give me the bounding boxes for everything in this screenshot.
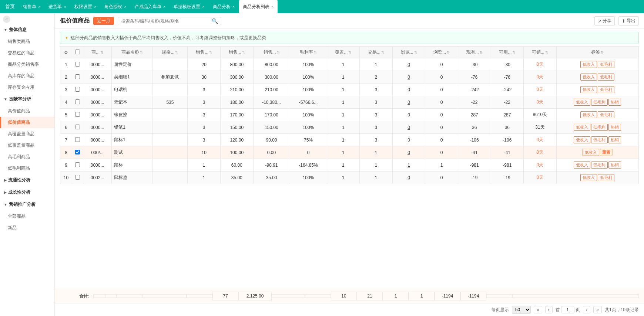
sidebar-item-high-value[interactable]: 高价值商品	[0, 105, 54, 117]
close-purchase-tab[interactable]: ×	[64, 4, 66, 9]
page-number-input[interactable]	[561, 306, 574, 313]
row-select-checkbox[interactable]	[75, 112, 80, 117]
search-input[interactable]	[121, 18, 210, 24]
close-analysis-list-tab[interactable]: ×	[271, 4, 274, 9]
page-size-select[interactable]: 50 100 200	[512, 306, 531, 314]
sidebar-item-sales-products[interactable]: 销售类商品	[0, 36, 54, 47]
nav-tab-product-inbound[interactable]: 产成品入库单 ×	[131, 0, 169, 13]
row-checkbox[interactable]	[72, 146, 83, 159]
close-roles-tab[interactable]: ×	[124, 4, 126, 9]
row-browse1[interactable]: 0	[392, 71, 425, 84]
home-nav[interactable]: 首页	[1, 0, 19, 13]
search-icon[interactable]: 🔍	[212, 18, 218, 24]
sidebar-section-marketing[interactable]: ▼ 营销推广分析	[0, 198, 54, 211]
nav-tab-purchase[interactable]: 进货单 ×	[45, 0, 70, 13]
prev-page-btn[interactable]: ‹	[545, 306, 553, 313]
row-browse1[interactable]: 0	[392, 134, 425, 146]
close-template-settings-tab[interactable]: ×	[202, 4, 204, 9]
share-button[interactable]: ↗ 分享	[594, 16, 615, 26]
export-button[interactable]: ⬆ 导出	[618, 16, 639, 26]
browse-link[interactable]: 0	[407, 62, 410, 67]
nav-tab-template-settings[interactable]: 单据模板设置 ×	[170, 0, 208, 13]
row-browse1[interactable]: 0	[392, 96, 425, 109]
sidebar-section-overview[interactable]: ▼ 整体信息	[0, 24, 54, 36]
sidebar-item-high-margin[interactable]: 高毛利商品	[0, 151, 54, 163]
row-select-checkbox[interactable]	[75, 99, 80, 104]
sidebar-item-stock-capital[interactable]: 库存资金占用	[0, 82, 54, 93]
tag-low-income: 低收入	[574, 124, 590, 131]
close-product-inbound-tab[interactable]: ×	[163, 4, 165, 9]
settings-icon[interactable]: ⚙	[64, 50, 68, 55]
sidebar-item-high-coverage[interactable]: 高覆盖量商品	[0, 128, 54, 140]
browse-link[interactable]: 0	[407, 87, 410, 92]
browse-link[interactable]: 0	[407, 100, 410, 105]
select-all-checkbox[interactable]	[75, 50, 80, 54]
row-select-checkbox[interactable]	[75, 150, 80, 154]
browse-link[interactable]: 0	[407, 137, 410, 143]
sidebar-item-low-margin[interactable]: 低毛利商品	[0, 163, 54, 174]
row-checkbox[interactable]	[72, 134, 83, 146]
sidebar-section-growth[interactable]: ▶ 成长性分析	[0, 186, 54, 198]
sidebar-item-high-stock[interactable]: 高库存的商品	[0, 70, 54, 82]
browse-link[interactable]: 0	[407, 112, 410, 118]
row-checkbox[interactable]	[72, 171, 83, 184]
row-select-checkbox[interactable]	[75, 74, 80, 79]
browse-link[interactable]: 0	[407, 75, 410, 80]
sidebar-item-category-sales-rate[interactable]: 商品分类销售率	[0, 59, 54, 70]
sidebar-item-traded-products[interactable]: 交易过的商品	[0, 47, 54, 59]
browse-link[interactable]: 1	[407, 163, 410, 168]
row-browse1[interactable]: 0	[392, 84, 425, 96]
sidebar-item-all-products[interactable]: 全部商品	[0, 211, 54, 222]
first-page-btn[interactable]: «	[534, 306, 542, 313]
row-browse1[interactable]: 0	[392, 146, 425, 159]
row-checkbox[interactable]	[72, 121, 83, 134]
last-page-btn[interactable]: »	[593, 306, 602, 313]
table-container[interactable]: ⚙ 商...⇅ 商品名称⇅ 规格...⇅	[55, 46, 644, 289]
row-margin: -5766.6...	[290, 96, 327, 109]
sidebar-item-new-products[interactable]: 新品	[0, 222, 54, 234]
nav-tab-permissions[interactable]: 权限设置 ×	[71, 0, 100, 13]
row-s3: 150.00	[253, 121, 290, 134]
sidebar-section-contribution[interactable]: ▼ 贡献率分析	[0, 93, 54, 105]
row-select-checkbox[interactable]	[75, 125, 80, 129]
row-browse1[interactable]: 0	[392, 121, 425, 134]
row-spec: 535	[152, 96, 188, 109]
collapse-sidebar-btn[interactable]: «	[3, 16, 10, 23]
nav-tab-analysis-list[interactable]: 商品分析列表 ×	[239, 0, 277, 13]
row-checkbox[interactable]	[72, 96, 83, 109]
row-spec	[152, 58, 188, 71]
row-browse1[interactable]: 1	[392, 159, 425, 171]
row-browse1[interactable]: 0	[392, 58, 425, 71]
close-permissions-tab[interactable]: ×	[94, 4, 96, 9]
sidebar-item-low-value[interactable]: 低价值商品	[0, 117, 54, 128]
nav-tab-sales[interactable]: 销售单 ×	[19, 0, 44, 13]
row-browse1[interactable]: 0	[392, 109, 425, 121]
browse-link[interactable]: 0	[407, 175, 410, 180]
nav-tab-roles[interactable]: 角色授权 ×	[101, 0, 130, 13]
row-select-checkbox[interactable]	[75, 87, 80, 92]
row-select-checkbox[interactable]	[75, 137, 80, 142]
row-checkbox[interactable]	[72, 58, 83, 71]
row-checkbox[interactable]	[72, 159, 83, 171]
period-button[interactable]: 近一月	[93, 17, 114, 25]
browse-link[interactable]: 0	[407, 125, 410, 130]
col-spec: 规格...⇅	[152, 47, 188, 58]
total-avail: -1194	[460, 292, 486, 300]
row-select-checkbox[interactable]	[75, 175, 80, 180]
row-browse2: 0	[425, 121, 458, 134]
row-select-checkbox[interactable]	[75, 162, 80, 167]
nav-tab-product-analysis[interactable]: 商品分析 ×	[209, 0, 238, 13]
next-page-btn[interactable]: ›	[583, 306, 590, 313]
sidebar-section-flow[interactable]: ▶ 流通性分析	[0, 174, 54, 186]
sidebar-item-low-coverage[interactable]: 低覆盖量商品	[0, 140, 54, 151]
row-checkbox[interactable]	[72, 71, 83, 84]
close-product-analysis-tab[interactable]: ×	[232, 4, 235, 9]
row-checkbox[interactable]	[72, 109, 83, 121]
row-select-checkbox[interactable]	[75, 62, 80, 67]
browse-link[interactable]: 0	[407, 150, 410, 155]
row-stock: -76	[458, 71, 491, 84]
row-browse1[interactable]: 0	[392, 171, 425, 184]
close-sales-tab[interactable]: ×	[38, 4, 40, 9]
row-avail: -76	[491, 71, 524, 84]
row-checkbox[interactable]	[72, 84, 83, 96]
